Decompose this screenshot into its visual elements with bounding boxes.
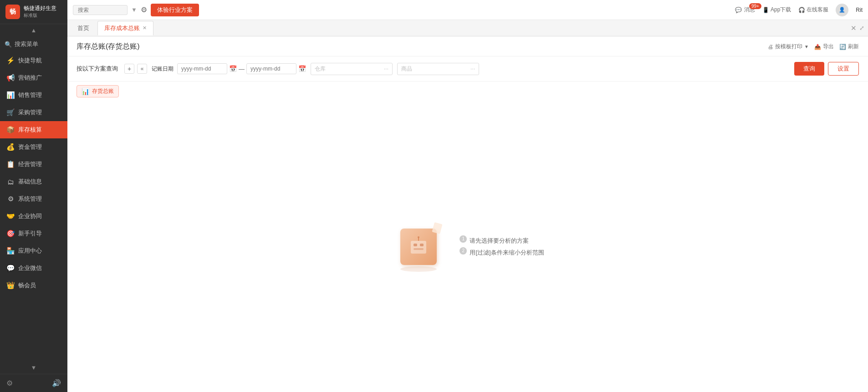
empty-state: 1 请先选择要分析的方案 2 用[过滤]条件来缩小分析范围: [67, 101, 868, 392]
scheme-icon: 📊: [82, 88, 89, 95]
topbar-dropdown-icon[interactable]: ▼: [131, 6, 137, 13]
inventory-icon: 📦: [6, 126, 15, 134]
sidebar-nav: ⚡ 快捷导航 📢 营销推广 📊 销售管理 🛒 采购管理 📦 库存核算 💰 资金管…: [0, 52, 67, 361]
sidebar-footer: ⚙ 🔊: [0, 374, 67, 392]
tab-close-icon[interactable]: ✕: [143, 25, 147, 31]
date-end-input[interactable]: [246, 63, 296, 74]
sidebar-item-marketing[interactable]: 📢 营销推广: [0, 69, 67, 87]
empty-shadow: [400, 266, 437, 272]
message-icon: 💬: [735, 7, 742, 13]
goods-more-icon[interactable]: ···: [470, 66, 475, 72]
search-icon: 🔍: [5, 41, 12, 48]
message-badge[interactable]: 💬 消息 99+: [735, 6, 755, 14]
main-content: ▼ ⚙ 体验行业方案 💬 消息 99+ 📱 App下载 🎧 在线客服 👤 Rit: [67, 0, 868, 392]
step-1-num: 1: [460, 235, 467, 243]
sidebar-item-finance[interactable]: 💰 资金管理: [0, 138, 67, 156]
sidebar-item-appstore[interactable]: 🏪 应用中心: [0, 242, 67, 260]
svg-point-5: [418, 236, 419, 238]
app-download[interactable]: 📱 App下载: [762, 6, 791, 14]
date-start-input[interactable]: [177, 63, 227, 74]
topbar-search-input[interactable]: [73, 5, 128, 15]
tab-expand-icon[interactable]: ⤢: [859, 25, 864, 31]
sidebar: 畅 畅捷通好生意 标准版 ▲ 🔍 搜索菜单 ⚡ 快捷导航 📢 营销推广 📊 销售…: [0, 0, 67, 392]
svg-rect-2: [420, 244, 424, 246]
sidebar-search[interactable]: 🔍 搜索菜单: [0, 36, 67, 52]
online-service[interactable]: 🎧 在线客服: [798, 6, 828, 14]
logo-icon: 畅: [5, 5, 20, 19]
finance-icon: 💰: [6, 143, 15, 151]
empty-hints: 1 请先选择要分析的方案 2 用[过滤]条件来缩小分析范围: [460, 235, 544, 259]
tab-close-panel-icon[interactable]: ✕: [851, 24, 857, 32]
headset-icon: 🎧: [798, 7, 805, 13]
sidebar-item-guide[interactable]: 🎯 新手引导: [0, 225, 67, 242]
sidebar-item-purchase[interactable]: 🛒 采购管理: [0, 104, 67, 121]
system-icon: ⚙: [6, 195, 15, 203]
print-dropdown-icon[interactable]: ▼: [804, 44, 809, 49]
date-field: 记账日期 📅 — 📅: [152, 63, 306, 74]
quick-nav-icon: ⚡: [6, 56, 15, 65]
sidebar-item-operation[interactable]: 📋 经营管理: [0, 156, 67, 173]
page-title: 库存总账(存货总账): [77, 42, 140, 51]
sidebar-item-quick-nav[interactable]: ⚡ 快捷导航: [0, 52, 67, 69]
tab-inventory-cost[interactable]: 库存成本总账 ✕: [97, 21, 153, 36]
scheme-item-inventory[interactable]: 📊 存货总账: [77, 85, 119, 97]
hint-step-1: 1 请先选择要分析的方案: [460, 235, 544, 247]
filter-row: 按以下方案查询 + « 记账日期 📅 — 📅: [77, 62, 859, 76]
calendar-end-icon[interactable]: 📅: [298, 65, 306, 72]
warehouse-field[interactable]: 仓库 ···: [311, 63, 393, 75]
svg-rect-1: [414, 244, 417, 246]
filter-add-btn[interactable]: +: [124, 64, 134, 74]
tab-home[interactable]: 首页: [71, 21, 96, 35]
settings-btn[interactable]: 设置: [828, 62, 859, 76]
empty-box: [400, 229, 437, 265]
avatar-placeholder: 👤: [839, 7, 845, 13]
scroll-down-arrow[interactable]: ▼: [0, 361, 67, 374]
sidebar-item-wechat[interactable]: 💬 企业微信: [0, 260, 67, 277]
sales-icon: 📊: [6, 91, 15, 99]
appstore-icon: 🏪: [6, 247, 15, 255]
query-btn[interactable]: 查询: [794, 62, 824, 76]
print-icon: 🖨: [768, 44, 773, 50]
page-header: 库存总账(存货总账) 🖨 按模板打印 ▼ 📤 导出 🔄 刷新: [67, 36, 868, 56]
warehouse-more-icon[interactable]: ···: [384, 66, 388, 72]
filter-label: 按以下方案查询: [77, 65, 118, 73]
audio-icon[interactable]: 🔊: [52, 379, 61, 387]
app-download-icon: 📱: [762, 7, 769, 13]
sidebar-item-member[interactable]: 👑 畅会员: [0, 277, 67, 294]
topbar-right: 💬 消息 99+ 📱 App下载 🎧 在线客服 👤 Rit: [735, 4, 863, 16]
sidebar-item-cooperation[interactable]: 🤝 企业协同: [0, 208, 67, 225]
topbar: ▼ ⚙ 体验行业方案 💬 消息 99+ 📱 App下载 🎧 在线客服 👤 Rit: [67, 0, 868, 20]
refresh-btn[interactable]: 🔄 刷新: [839, 43, 859, 51]
scheme-list: 📊 存货总账: [67, 81, 868, 101]
purchase-icon: 🛒: [6, 108, 15, 117]
industry-btn[interactable]: 体验行业方案: [151, 4, 199, 16]
filter-collapse-btn[interactable]: «: [137, 64, 147, 74]
cooperation-icon: 🤝: [6, 212, 15, 220]
booking-date-label: 记账日期: [152, 65, 174, 73]
step-2-num: 2: [460, 247, 467, 255]
svg-rect-3: [414, 248, 424, 250]
sidebar-item-sales[interactable]: 📊 销售管理: [0, 87, 67, 104]
goods-field[interactable]: 商品 ···: [397, 63, 479, 75]
empty-paper: [432, 222, 443, 234]
scroll-up-arrow[interactable]: ▲: [0, 24, 67, 36]
calendar-start-icon[interactable]: 📅: [229, 65, 237, 72]
hint-step-2: 2 用[过滤]条件来缩小分析范围: [460, 247, 544, 259]
refresh-icon: 🔄: [839, 44, 846, 50]
logo-text: 畅捷通好生意: [24, 5, 56, 12]
settings-footer-icon[interactable]: ⚙: [6, 379, 13, 387]
tabbar: 首页 库存成本总账 ✕ ✕ ⤢: [67, 20, 868, 36]
print-btn[interactable]: 🖨 按模板打印 ▼: [768, 43, 809, 51]
sidebar-item-basic[interactable]: 🗂 基础信息: [0, 173, 67, 190]
sidebar-item-inventory[interactable]: 📦 库存核算: [0, 121, 67, 138]
operation-icon: 📋: [6, 160, 15, 168]
export-btn[interactable]: 📤 导出: [814, 43, 834, 51]
member-icon: 👑: [6, 281, 15, 290]
topbar-gear-icon[interactable]: ⚙: [141, 5, 147, 14]
filter-area: 按以下方案查询 + « 记账日期 📅 — 📅: [67, 56, 868, 81]
sidebar-item-system[interactable]: ⚙ 系统管理: [0, 190, 67, 208]
user-avatar[interactable]: 👤: [836, 4, 848, 16]
marketing-icon: 📢: [6, 74, 15, 82]
export-icon: 📤: [814, 44, 821, 50]
message-count: 99+: [749, 3, 761, 9]
